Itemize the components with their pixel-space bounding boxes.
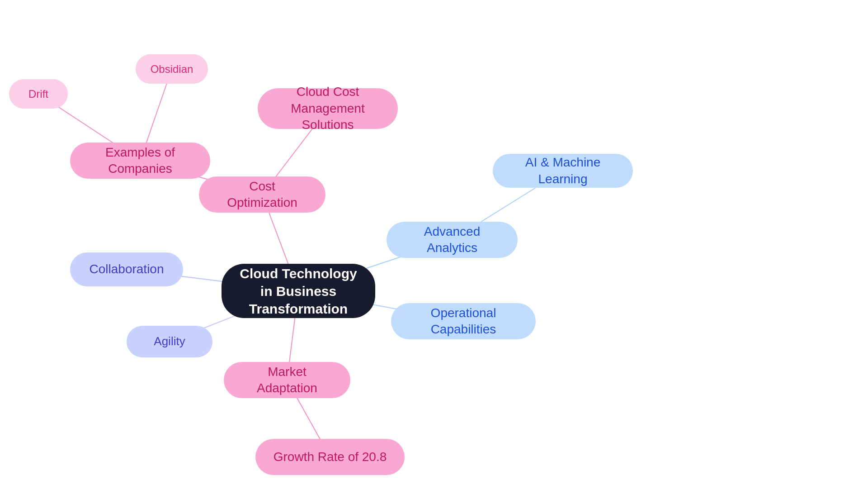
drift-node: Drift bbox=[9, 79, 68, 109]
examples-node: Examples of Companies bbox=[70, 143, 210, 179]
operational-node: Operational Capabilities bbox=[391, 303, 536, 339]
cloud-cost-node: Cloud Cost Management Solutions bbox=[258, 88, 398, 129]
market-adaptation-node: Market Adaptation bbox=[224, 362, 350, 398]
growth-rate-node: Growth Rate of 20.8 bbox=[255, 439, 405, 475]
cost-optimization-node: Cost Optimization bbox=[199, 176, 326, 213]
advanced-analytics-node: Advanced Analytics bbox=[387, 222, 518, 258]
collaboration-node: Collaboration bbox=[70, 252, 183, 286]
obsidian-node: Obsidian bbox=[136, 54, 208, 84]
ai-ml-node: AI & Machine Learning bbox=[493, 154, 633, 188]
agility-node: Agility bbox=[127, 326, 212, 357]
center-node: Cloud Technology in Business Transformat… bbox=[222, 264, 375, 318]
